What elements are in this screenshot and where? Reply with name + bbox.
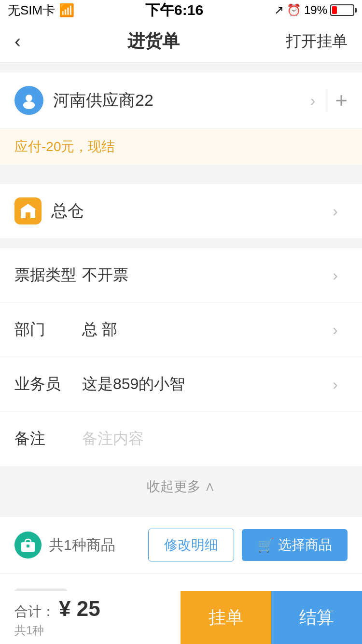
wifi-icon: 📶	[59, 3, 74, 18]
alarm-icon: ⏰	[287, 3, 301, 17]
department-chevron-icon: ›	[333, 321, 338, 339]
nav-bar: ‹ 进货单 打开挂单	[0, 20, 362, 63]
edit-detail-button[interactable]: 修改明细	[148, 529, 234, 561]
checkout-button[interactable]: 结算	[271, 591, 362, 644]
remark-row[interactable]: 备注 备注内容	[0, 411, 362, 466]
salesman-label: 业务员	[14, 374, 82, 395]
product-section-header: 共1种商品 修改明细 🛒 选择商品	[0, 517, 362, 573]
hang-order-label: 挂单	[209, 606, 243, 630]
warehouse-card: 总仓 ›	[0, 184, 362, 238]
salesman-row[interactable]: 业务员 这是859的小智 ›	[0, 357, 362, 411]
remark-label: 备注	[14, 428, 82, 449]
department-label: 部门	[14, 319, 82, 340]
select-product-button[interactable]: 🛒 选择商品	[242, 529, 348, 561]
page-title: 进货单	[127, 29, 180, 53]
open-pending-button[interactable]: 打开挂单	[286, 31, 348, 52]
select-product-icon: 🛒	[257, 537, 274, 553]
select-product-label: 选择商品	[278, 536, 332, 554]
svg-point-0	[26, 95, 32, 101]
gap-3	[0, 238, 362, 248]
remark-input[interactable]: 备注内容	[82, 428, 348, 449]
svg-marker-3	[20, 204, 36, 210]
total-label: 合计：	[14, 602, 55, 621]
svg-rect-4	[26, 212, 30, 218]
add-supplier-button[interactable]: +	[325, 88, 348, 112]
svg-rect-6	[27, 545, 29, 547]
department-value: 总 部	[82, 319, 333, 340]
department-row[interactable]: 部门 总 部 ›	[0, 302, 362, 357]
warning-banner: 应付-20元，现结	[0, 129, 362, 165]
total-amount: ¥ 25	[59, 597, 100, 621]
salesman-chevron-icon: ›	[333, 376, 338, 393]
total-sub: 共1种	[14, 623, 166, 638]
battery-icon	[330, 4, 354, 16]
location-icon: ↗	[274, 3, 284, 17]
warehouse-icon	[14, 197, 42, 224]
salesman-value: 这是859的小智	[82, 374, 333, 395]
status-bar: 无SIM卡 📶 下午6:16 ↗ ⏰ 19%	[0, 0, 362, 20]
hang-order-button[interactable]: 挂单	[181, 591, 271, 644]
carrier-label: 无SIM卡	[8, 2, 55, 19]
total-section: 合计： ¥ 25 共1种	[0, 597, 181, 638]
collapse-text: 收起更多 ∧	[147, 477, 216, 496]
svg-point-1	[23, 101, 35, 109]
invoice-label: 票据类型	[14, 265, 82, 286]
warehouse-chevron-icon: ›	[333, 202, 338, 220]
battery-percent: 19%	[304, 3, 327, 17]
gap-4	[0, 507, 362, 517]
form-card: 票据类型 不开票 › 部门 总 部 › 业务员 这是859的小智 › 备注 备注…	[0, 248, 362, 466]
bottom-bar: 合计： ¥ 25 共1种 挂单 结算	[0, 591, 362, 644]
total-main: 合计： ¥ 25	[14, 597, 166, 621]
gap-2	[0, 165, 362, 174]
invoice-chevron-icon: ›	[333, 266, 338, 284]
supplier-card: 河南供应商22 › + 应付-20元，现结	[0, 72, 362, 165]
status-time: 下午6:16	[145, 0, 203, 20]
status-bar-right: ↗ ⏰ 19%	[274, 3, 354, 17]
invoice-value: 不开票	[82, 265, 333, 286]
supplier-row[interactable]: 河南供应商22 › +	[0, 72, 362, 129]
product-count: 共1种商品	[49, 535, 140, 555]
supplier-avatar	[14, 86, 43, 115]
invoice-row[interactable]: 票据类型 不开票 ›	[0, 248, 362, 302]
collapse-bar[interactable]: 收起更多 ∧	[0, 466, 362, 507]
warehouse-row[interactable]: 总仓 ›	[0, 184, 362, 238]
warning-text: 应付-20元，现结	[14, 139, 115, 154]
gap-1	[0, 63, 362, 72]
warehouse-name: 总仓	[51, 200, 333, 222]
supplier-chevron-icon: ›	[310, 92, 316, 110]
product-icon	[14, 532, 42, 559]
back-button[interactable]: ‹	[14, 30, 21, 52]
supplier-name: 河南供应商22	[53, 89, 310, 112]
status-bar-left: 无SIM卡 📶	[8, 2, 74, 19]
checkout-label: 结算	[299, 606, 334, 630]
